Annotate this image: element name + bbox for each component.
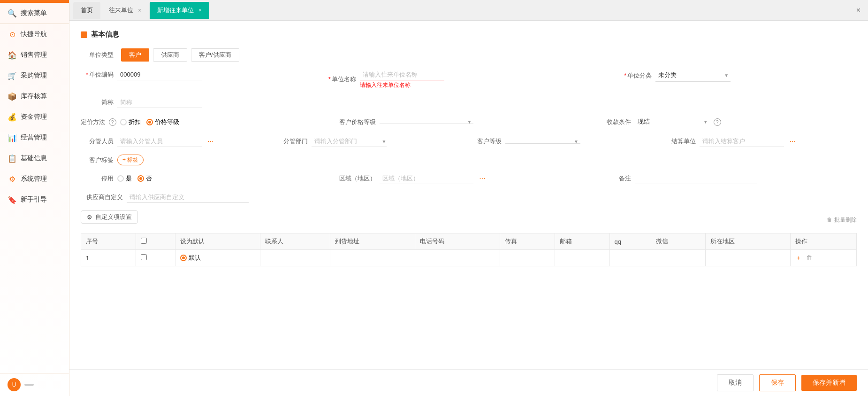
payment-terms-select-wrap: 现结 ▼	[635, 116, 710, 128]
delete-row-icon[interactable]: 🗑	[806, 254, 812, 261]
disable-radio-group: 是 否	[117, 174, 152, 183]
payment-terms-select[interactable]: 现结	[635, 116, 710, 128]
payment-help-icon[interactable]: ?	[714, 118, 721, 126]
region-more-icon[interactable]: ···	[477, 174, 487, 183]
save-button[interactable]: 保存	[759, 374, 796, 391]
sidebar-item-basic-info[interactable]: 📋 基础信息	[0, 148, 69, 169]
department-group: 分管部门 ▼	[275, 136, 469, 147]
sidebar-item-inventory[interactable]: 📦 库存核算	[0, 86, 69, 107]
pricing-discount-label: 折扣	[129, 118, 141, 126]
unit-category-select[interactable]: 未分类	[655, 69, 731, 82]
type-btn-customer[interactable]: 客户	[121, 48, 149, 62]
unit-code-input[interactable]	[117, 69, 202, 80]
pricing-row: 定价方法 ? 折扣 价格等级 客户价格等级	[81, 116, 857, 128]
supplier-custom-label: 供应商自定义	[81, 193, 123, 202]
customer-price-level-select-wrap: ▼	[380, 120, 473, 124]
row-email	[555, 250, 609, 266]
footer: 取消 保存 保存并新增	[69, 369, 868, 396]
notes-label: 备注	[598, 174, 631, 183]
customer-level-select[interactable]	[505, 140, 580, 144]
pricing-help-icon[interactable]: ?	[109, 118, 116, 126]
region-input[interactable]	[380, 173, 473, 184]
type-btn-supplier[interactable]: 供应商	[153, 48, 187, 62]
sidebar-item-purchase[interactable]: 🛒 采购管理	[0, 65, 69, 86]
radio-circle-discount	[120, 119, 127, 125]
unit-type-row: 单位类型 客户 供应商 客户/供应商	[81, 48, 857, 62]
supplier-custom-input[interactable]	[127, 192, 249, 203]
unit-code-name-row: *单位编码 *单位名称 请输入往来单位名称 *单位分类 未分类	[81, 69, 857, 89]
notes-input[interactable]	[635, 173, 757, 184]
disable-yes-radio[interactable]: 是	[117, 174, 132, 183]
sidebar-item-label: 快捷导航	[21, 30, 47, 39]
manager-label: 分管人员	[81, 137, 114, 146]
row-default-radio[interactable]: 默认	[180, 254, 255, 262]
tab-new-partner-close[interactable]: ×	[198, 7, 202, 14]
system-icon: ⚙	[8, 174, 17, 184]
pricing-method-group: 定价方法 ? 折扣 价格等级	[81, 118, 339, 126]
manager-input[interactable]	[117, 136, 202, 147]
tab-home-label: 首页	[81, 6, 93, 15]
customer-price-level-select[interactable]	[380, 120, 473, 124]
supplier-custom-group: 供应商自定义	[81, 192, 857, 203]
search-icon: 🔍	[8, 8, 17, 18]
home-icon: ⊙	[8, 30, 17, 39]
sidebar-item-label: 基础信息	[21, 154, 47, 163]
department-label: 分管部门	[275, 137, 308, 146]
col-default: 设为默认	[175, 233, 260, 250]
pricing-level-radio[interactable]: 价格等级	[146, 118, 179, 126]
disable-row: 停用 是 否 区域（地区） ··· 备注	[81, 173, 857, 184]
settlement-more-icon[interactable]: ···	[788, 137, 798, 146]
tab-new-partner-label: 新增往来单位	[157, 6, 194, 15]
form-content: 基本信息 单位类型 客户 供应商 客户/供应商 *单位编码	[69, 21, 868, 369]
cancel-button[interactable]: 取消	[717, 374, 754, 391]
unit-category-label: *单位分类	[614, 71, 652, 80]
col-phone: 电话号码	[415, 233, 500, 250]
sidebar-item-finance[interactable]: 💰 资金管理	[0, 107, 69, 127]
sidebar-item-system[interactable]: ⚙ 系统管理	[0, 169, 69, 189]
sidebar-item-quick-nav[interactable]: ⊙ 快捷导航	[0, 24, 69, 45]
add-row-icon[interactable]: ＋	[795, 254, 801, 261]
batch-delete-label: 批量删除	[834, 216, 857, 224]
inventory-icon: 📦	[8, 92, 17, 101]
disable-no-radio[interactable]: 否	[137, 174, 152, 183]
custom-settings-label: 自定义项设置	[95, 213, 132, 221]
add-tag-button[interactable]: + 标签	[117, 155, 144, 165]
unit-name-field-wrap: 请输入往来单位名称	[360, 69, 444, 89]
select-all-checkbox[interactable]	[141, 238, 147, 244]
required-star: *	[86, 71, 88, 78]
unit-code-label: *单位编码	[81, 70, 114, 79]
sidebar-item-sales[interactable]: 🏠 销售管理	[0, 45, 69, 65]
tab-partner-list[interactable]: 往来单位 ×	[101, 2, 149, 19]
department-input[interactable]	[312, 136, 387, 147]
tab-home[interactable]: 首页	[73, 2, 100, 19]
row-select-checkbox[interactable]	[141, 254, 147, 260]
sidebar-item-guide[interactable]: 🔖 新手引导	[0, 189, 69, 210]
sidebar-item-search[interactable]: 🔍 搜索菜单	[0, 3, 69, 24]
row-phone	[415, 250, 500, 266]
section-title-text: 基本信息	[91, 30, 119, 39]
pricing-discount-radio[interactable]: 折扣	[120, 118, 141, 126]
basic-info-icon: 📋	[8, 154, 17, 163]
row-region	[706, 250, 791, 266]
manager-more-icon[interactable]: ···	[206, 137, 215, 146]
type-btn-both[interactable]: 客户/供应商	[191, 48, 239, 62]
tab-new-partner[interactable]: 新增往来单位 ×	[150, 2, 209, 19]
sidebar-item-operations[interactable]: 📊 经营管理	[0, 127, 69, 148]
purchase-icon: 🛒	[8, 71, 17, 80]
manager-row: 分管人员 ··· 分管部门 ▼ 客户等级 ▼ 结算单位	[81, 136, 857, 147]
pricing-method-label: 定价方法 ?	[81, 118, 116, 126]
tab-partner-list-close[interactable]: ×	[138, 7, 141, 14]
sidebar-expand[interactable]	[24, 384, 34, 386]
batch-delete-button[interactable]: 🗑 批量删除	[827, 216, 857, 224]
unit-name-input[interactable]	[360, 69, 444, 80]
sidebar-item-label: 资金管理	[21, 113, 47, 121]
customer-level-label: 客户等级	[469, 137, 502, 146]
section-basic-info: 基本信息	[81, 30, 857, 39]
custom-settings-button[interactable]: ⚙ 自定义项设置	[81, 210, 138, 224]
customer-price-level-group: 客户价格等级 ▼	[339, 118, 598, 126]
settlement-group: 结算单位 ···	[663, 136, 857, 147]
abbr-input[interactable]	[117, 97, 202, 108]
close-main-button[interactable]: ×	[853, 6, 864, 15]
settlement-input[interactable]	[700, 136, 784, 147]
save-new-button[interactable]: 保存并新增	[801, 375, 857, 391]
